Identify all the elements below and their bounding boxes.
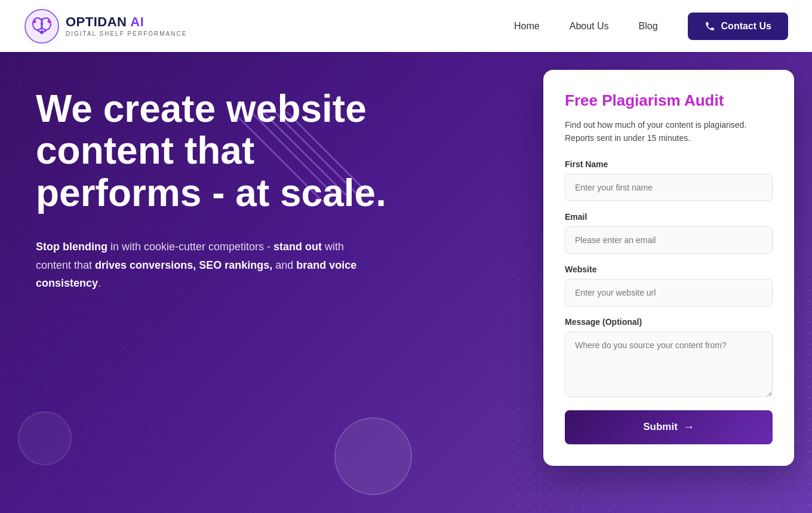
website-input[interactable] xyxy=(565,279,773,306)
first-name-label: First Name xyxy=(565,159,773,169)
website-label: Website xyxy=(565,265,773,274)
navbar: OPTIDAN AI DIGITAL SHELF PERFORMANCE Hom… xyxy=(0,0,812,52)
logo-tagline: DIGITAL SHELF PERFORMANCE xyxy=(66,30,187,38)
hero-bold-5: drives conversions, SEO rankings, xyxy=(95,259,272,271)
logo-name: OPTIDAN AI xyxy=(66,14,187,30)
first-name-group: First Name xyxy=(565,159,773,201)
nav-about[interactable]: About Us xyxy=(570,21,609,32)
nav-contact-button[interactable]: Contact Us xyxy=(688,13,788,40)
nav-home[interactable]: Home xyxy=(514,21,540,32)
message-label: Message (Optional) xyxy=(565,317,773,327)
email-input[interactable] xyxy=(565,226,773,254)
svg-point-5 xyxy=(48,20,51,23)
hero-text-2: in with cookie-cutter competitors - xyxy=(107,241,273,253)
message-textarea[interactable] xyxy=(565,331,773,397)
hero-section: We create website content that performs … xyxy=(0,52,812,513)
submit-label: Submit xyxy=(643,421,678,433)
logo-icon xyxy=(24,8,60,44)
message-group: Message (Optional) xyxy=(565,317,773,400)
audit-form-card: Free Plagiarism Audit Find out how much … xyxy=(543,70,794,466)
submit-button[interactable]: Submit → xyxy=(565,410,773,444)
hero-content: We create website content that performs … xyxy=(36,88,418,293)
website-group: Website xyxy=(565,265,773,306)
first-name-input[interactable] xyxy=(565,174,773,201)
svg-point-4 xyxy=(33,20,36,23)
hero-text-6: and xyxy=(272,259,296,271)
circle-decoration-2 xyxy=(18,411,72,465)
logo: OPTIDAN AI DIGITAL SHELF PERFORMANCE xyxy=(24,8,187,44)
phone-icon xyxy=(705,21,715,32)
email-label: Email xyxy=(565,212,773,222)
form-title: Free Plagiarism Audit xyxy=(565,91,773,110)
hero-bold-1: Stop blending xyxy=(36,241,107,253)
circle-decoration-1 xyxy=(334,417,412,495)
logo-text: OPTIDAN AI DIGITAL SHELF PERFORMANCE xyxy=(66,14,187,37)
hero-bold-3: stand out xyxy=(273,241,322,253)
hero-headline: We create website content that performs … xyxy=(36,88,418,214)
form-subtitle: Find out how much of your content is pla… xyxy=(565,118,773,145)
email-group: Email xyxy=(565,212,773,254)
hero-text-8: . xyxy=(98,277,101,289)
arrow-icon: → xyxy=(684,421,694,434)
nav-blog[interactable]: Blog xyxy=(639,21,658,32)
hero-body: Stop blending in with cookie-cutter comp… xyxy=(36,238,370,293)
nav-links: Home About Us Blog Contact Us xyxy=(514,13,788,40)
